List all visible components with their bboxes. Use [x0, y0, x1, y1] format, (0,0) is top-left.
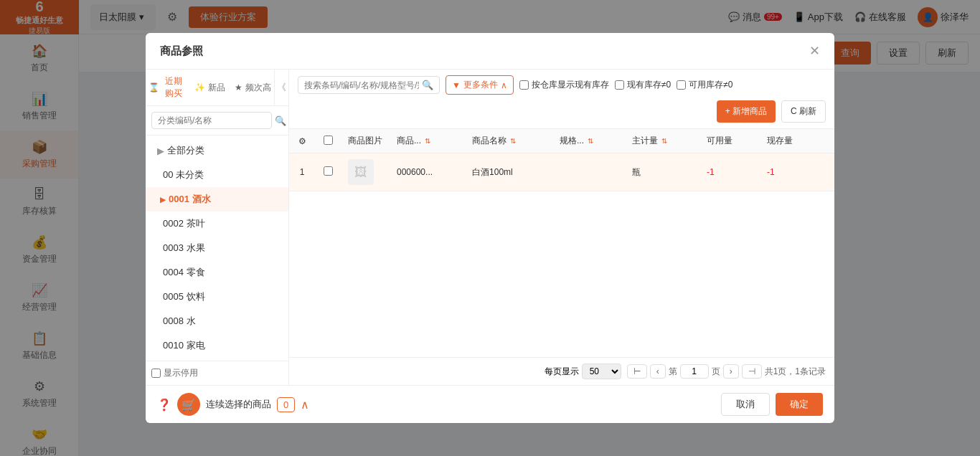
category-search-input[interactable] [151, 112, 272, 129]
modal-title: 商品参照 [160, 44, 203, 58]
tab-frequent[interactable]: ★ 频次高 [231, 70, 274, 105]
cell-num: 1 [289, 153, 315, 191]
collapse-panel-button[interactable]: 《 [274, 70, 288, 105]
recent-icon: ⌛ [149, 82, 159, 92]
tab-recent-purchase[interactable]: ⌛ 近期购买 [146, 70, 189, 105]
modal-overlay: 商品参照 ✕ ⌛ 近期购买 ✨ 新品 ★ 频次高 [0, 0, 980, 456]
category-item-tea[interactable]: 0002 茶叶 [146, 212, 288, 236]
available-stock-checkbox[interactable] [677, 80, 686, 90]
next-page-button[interactable]: › [723, 364, 739, 379]
product-toolbar: 🔍 ▼ 更多条件 ∧ 按仓库显示现有库存 现有库存≠0 [289, 70, 834, 129]
show-disabled-label: 显示停用 [164, 367, 198, 379]
modal-close-button[interactable]: ✕ [809, 43, 820, 59]
cell-available: -1 [699, 153, 760, 191]
collapse-cart-button[interactable]: ∧ [301, 398, 309, 412]
category-item-water[interactable]: 0008 水 [146, 309, 288, 333]
new-icon: ✨ [194, 82, 205, 92]
refresh-product-button[interactable]: C 刷新 [781, 100, 826, 123]
warehouse-display-text: 按仓库显示现有库存 [532, 79, 609, 91]
cell-stock: -1 [760, 153, 820, 191]
th-spec[interactable]: 规格... ⇅ [552, 129, 625, 153]
cell-img: 🖼 [341, 153, 390, 191]
th-stock-label: 现存量 [767, 136, 793, 146]
warehouse-display-checkbox[interactable] [519, 80, 529, 90]
frequent-icon: ★ [235, 82, 242, 92]
category-item-fruit[interactable]: 0003 水果 [146, 236, 288, 260]
last-page-button[interactable]: ⊣ [742, 364, 762, 379]
product-reference-modal: 商品参照 ✕ ⌛ 近期购买 ✨ 新品 ★ 频次高 [146, 33, 834, 423]
image-placeholder-icon: 🖼 [354, 165, 367, 180]
category-item-alcohol[interactable]: ▶ 0001 酒水 [146, 187, 288, 212]
modal-footer: ❓ 🛒 连续选择的商品 0 ∧ 取消 确定 [146, 385, 834, 423]
page-total-info: 共1页，1条记录 [765, 366, 826, 378]
cart-icon-button[interactable]: 🛒 [177, 393, 200, 416]
filter-icon: ▼ [452, 80, 461, 90]
existing-stock-label[interactable]: 现有库存≠0 [615, 79, 671, 91]
cell-check [315, 153, 341, 191]
product-search-input[interactable] [304, 80, 419, 90]
tab-new-products[interactable]: ✨ 新品 [189, 70, 232, 105]
product-table: ⚙ 商品图片 商品... ⇅ [289, 129, 834, 191]
available-stock-text: 可用库存≠0 [689, 79, 732, 91]
product-search-bar: 🔍 [298, 76, 440, 94]
cell-unit: 瓶 [625, 153, 699, 191]
filter-button[interactable]: ▼ 更多条件 ∧ [446, 75, 514, 95]
available-stock-label[interactable]: 可用库存≠0 [677, 79, 732, 91]
first-page-button[interactable]: ⊢ [627, 364, 647, 379]
th-spec-label: 规格... [560, 136, 584, 146]
sort-code-icon: ⇅ [425, 137, 430, 145]
existing-stock-checkbox[interactable] [615, 80, 624, 90]
add-product-button[interactable]: + 新增商品 [717, 100, 776, 123]
category-item-uncategorized[interactable]: 00 未分类 [146, 163, 288, 187]
prev-page-button[interactable]: ‹ [650, 364, 666, 379]
page-navigation: ⊢ ‹ 第 页 › ⊣ 共1页，1条记录 [627, 364, 826, 379]
confirm-button[interactable]: 确定 [776, 393, 823, 416]
th-scrollbar-placeholder [820, 129, 834, 153]
table-header-row: ⚙ 商品图片 商品... ⇅ [289, 129, 834, 153]
toolbar-right: + 新增商品 C 刷新 [717, 100, 826, 123]
cell-code: 000600... [390, 153, 465, 191]
triangle-icon-all: ▶ [157, 146, 164, 156]
continuous-label: 连续选择的商品 [206, 398, 271, 411]
category-list: ▶ 全部分类 00 未分类 ▶ 0001 酒水 0002 茶叶 0003 水果 [146, 136, 288, 361]
filter-label: 更多条件 [463, 79, 498, 91]
category-tabs: ⌛ 近期购买 ✨ 新品 ★ 频次高 《 [146, 70, 288, 106]
th-name[interactable]: 商品名称 ⇅ [465, 129, 552, 153]
th-img-label: 商品图片 [348, 136, 382, 146]
page-word-2: 页 [712, 366, 720, 378]
sort-spec-icon: ⇅ [588, 137, 593, 145]
category-item-appliance[interactable]: 0010 家电 [146, 333, 288, 358]
th-code[interactable]: 商品... ⇅ [390, 129, 465, 153]
th-img: 商品图片 [341, 129, 390, 153]
th-check [315, 129, 341, 153]
category-item-drinks[interactable]: 0005 饮料 [146, 285, 288, 309]
page-size-select: 每页显示 10 20 50 100 [545, 364, 621, 379]
cart-count: 0 [277, 397, 295, 412]
page-word: 第 [669, 366, 677, 378]
tab-recent-label: 近期购买 [162, 75, 186, 100]
page-number-input[interactable] [680, 364, 709, 379]
warehouse-display-label[interactable]: 按仓库显示现有库存 [519, 79, 609, 91]
th-available[interactable]: 可用量 [699, 129, 760, 153]
cancel-button[interactable]: 取消 [721, 393, 770, 416]
tab-new-label: 新品 [208, 82, 225, 94]
category-search-bar: 🔍 [146, 106, 288, 136]
table-row[interactable]: 1 🖼 000600... 白酒100ml [289, 153, 834, 191]
category-item-all[interactable]: ▶ 全部分类 [146, 138, 288, 163]
modal-body: ⌛ 近期购买 ✨ 新品 ★ 频次高 《 🔍 [146, 70, 834, 385]
th-unit[interactable]: 主计量 ⇅ [625, 129, 699, 153]
th-available-label: 可用量 [707, 136, 732, 146]
product-search-icon[interactable]: 🔍 [422, 80, 433, 90]
settings-col-icon[interactable]: ⚙ [298, 136, 306, 146]
product-panel: 🔍 ▼ 更多条件 ∧ 按仓库显示现有库存 现有库存≠0 [289, 70, 834, 385]
th-name-label: 商品名称 [472, 136, 507, 146]
per-page-dropdown[interactable]: 10 20 50 100 [582, 364, 621, 379]
category-search-icon[interactable]: 🔍 [275, 115, 286, 126]
sort-unit-icon: ⇅ [661, 137, 667, 145]
select-all-checkbox[interactable] [324, 136, 333, 145]
category-item-snack[interactable]: 0004 零食 [146, 260, 288, 285]
row-checkbox[interactable] [324, 166, 333, 176]
show-disabled-checkbox[interactable] [151, 369, 161, 378]
th-num: ⚙ [289, 129, 315, 153]
help-icon[interactable]: ❓ [157, 398, 171, 412]
